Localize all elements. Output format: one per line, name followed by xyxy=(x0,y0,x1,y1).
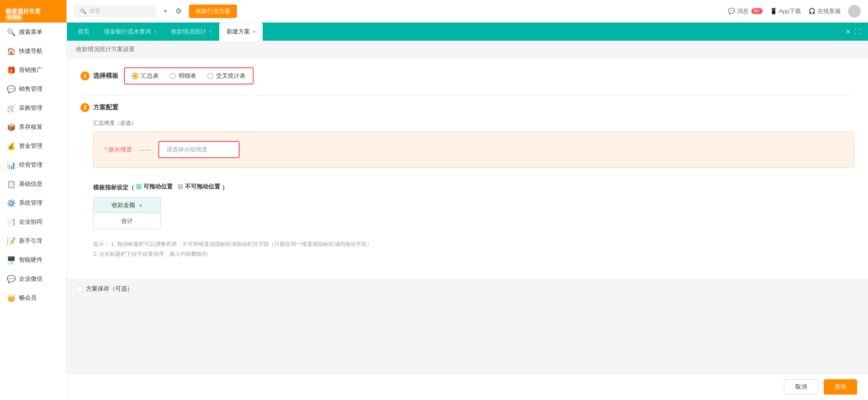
sidebar-item-marketing[interactable]: 🎁 营销推广 xyxy=(0,61,66,80)
tab-label-home: 首页 xyxy=(78,28,90,36)
page-breadcrumb: 收款情况统计方案设置 xyxy=(67,41,868,58)
section-config: 2 方案配置 汇总维度（必选） * 纵向维度 —— 请选择分组维度 xyxy=(80,103,854,259)
tab-label-new-plan: 新建方案 xyxy=(226,28,250,36)
cancel-button[interactable]: 取消 xyxy=(784,379,818,395)
tab-close-collection-stats[interactable]: × xyxy=(209,29,212,34)
template-options: 汇总表 明细表 交叉统计表 xyxy=(124,67,254,85)
radio-summary[interactable]: 汇总表 xyxy=(132,72,159,80)
sidebar-item-basic-info[interactable]: 📋 基础信息 xyxy=(0,174,66,193)
sidebar-item-enterprise-wechat[interactable]: 💬 企业微信 xyxy=(0,269,66,288)
sidebar-label-enterprise-wechat: 企业微信 xyxy=(19,275,42,283)
tab-collection-stats[interactable]: 收款情况统计 × xyxy=(164,23,219,41)
enterprise-collab-icon: 📑 xyxy=(7,218,15,226)
section1-header: 1 选择模板 汇总表 明细表 交叉统计表 xyxy=(80,67,854,85)
notification-badge: 99+ xyxy=(751,8,763,14)
search-placeholder: 搜索 xyxy=(90,7,100,15)
support-item[interactable]: 🎧 在线客服 xyxy=(808,7,841,15)
query-button[interactable]: 查询 xyxy=(824,379,857,395)
basic-info-icon: 📋 xyxy=(7,180,15,188)
download-icon: 📱 xyxy=(770,8,777,14)
form-area: 1 选择模板 汇总表 明细表 交叉统计表 xyxy=(67,58,868,279)
sidebar-label-basic-info: 基础信息 xyxy=(19,180,42,188)
topbar-right: 💬 消息 99+ 📱 App下载 🎧 在线客服 xyxy=(728,5,861,18)
radio-summary-label: 汇总表 xyxy=(141,72,159,80)
tab-close-bank-flow[interactable]: × xyxy=(154,29,156,34)
metrics-header: 模板指标设定（ 可拖动位置 不可拖动位置 ） xyxy=(93,183,854,192)
breadcrumb-text: 收款情况统计方案设置 xyxy=(76,46,135,52)
tips-area: 提示： 1. 拖动标题栏可以调整布局，不可跨维度或指标区域拖动栏目字段（只能在同… xyxy=(93,240,854,259)
section1-num: 1 xyxy=(80,71,90,80)
system-icon: ⚙️ xyxy=(7,199,15,207)
save-label: 方案保存（可选） xyxy=(86,285,133,293)
sales-icon: 💬 xyxy=(7,85,15,93)
radio-cross-label: 交叉统计表 xyxy=(216,72,245,80)
edition-badge: 标准版 xyxy=(5,14,23,21)
nondraggable-legend-label: 不可拖动位置 xyxy=(185,183,220,191)
metrics-col-header[interactable]: 收款金额 ∨ xyxy=(94,198,160,213)
sidebar-item-newbie[interactable]: 📝 新手引导 xyxy=(0,231,66,250)
radio-detail-label: 明细表 xyxy=(179,72,196,80)
avatar[interactable] xyxy=(848,5,861,18)
section1-title: 选择模板 xyxy=(93,72,118,80)
sidebar-label-purchase: 采购管理 xyxy=(19,104,42,112)
sidebar-label-system: 系统管理 xyxy=(19,199,42,207)
tab-right-icons: ✕ ⛶ xyxy=(845,28,864,35)
sidebar-item-operations[interactable]: 📊 经营管理 xyxy=(0,155,66,174)
metrics-col-chevron[interactable]: ∨ xyxy=(139,202,142,208)
sidebar-label-operations: 经营管理 xyxy=(19,161,42,169)
footer-buttons: 取消 查询 xyxy=(67,373,868,400)
topbar-dropdown-arrow[interactable]: ▼ xyxy=(163,8,168,14)
sidebar-item-quick-nav[interactable]: 🏠 快捷导航 xyxy=(0,42,66,61)
notification-item[interactable]: 💬 消息 99+ xyxy=(728,7,763,15)
gear-icon[interactable]: ⚙ xyxy=(175,7,182,15)
sidebar-item-system[interactable]: ⚙️ 系统管理 xyxy=(0,193,66,212)
trial-button[interactable]: 体验行业方案 xyxy=(189,5,237,18)
quick-nav-icon: 🏠 xyxy=(7,47,15,55)
smart-hardware-icon: 🖥️ xyxy=(7,256,15,264)
dimension-select[interactable]: 请选择分组维度 xyxy=(158,141,240,158)
topbar-search[interactable]: 🔍 搜索 xyxy=(74,5,156,17)
section2-header: 2 方案配置 xyxy=(80,103,854,112)
sidebar-item-smart-hardware[interactable]: 🖥️ 智能硬件 xyxy=(0,250,66,269)
tip1: 提示： 1. 拖动标题栏可以调整布局，不可跨维度或指标区域拖动栏目字段（只能在同… xyxy=(93,240,854,249)
page-content: 收款情况统计方案设置 1 选择模板 汇总表 明细表 xyxy=(67,41,868,400)
sidebar-label-marketing: 营销推广 xyxy=(19,66,42,74)
sidebar-item-purchase[interactable]: 🛒 采购管理 xyxy=(0,99,66,118)
metrics-section-label: 模板指标设定（ 可拖动位置 不可拖动位置 ） xyxy=(93,183,228,192)
dimension-area: * 纵向维度 —— 请选择分组维度 xyxy=(93,132,854,168)
tab-home[interactable]: 首页 xyxy=(71,23,97,41)
sidebar-item-search-menu[interactable]: 🔍 搜索菜单 xyxy=(0,23,66,42)
sidebar: 畅捷通好生意 标准版 🔍 搜索菜单 🏠 快捷导航 🎁 营销推广 💬 销售管理 🛒… xyxy=(0,0,67,400)
sidebar-label-member: 畅会员 xyxy=(19,294,37,302)
sidebar-item-sales[interactable]: 💬 销售管理 xyxy=(0,80,66,99)
maximize-icon[interactable]: ⛶ xyxy=(854,28,861,35)
marketing-icon: 🎁 xyxy=(7,66,15,74)
save-checkbox[interactable] xyxy=(76,286,82,292)
sidebar-item-member[interactable]: 👑 畅会员 xyxy=(0,288,66,307)
sidebar-label-newbie: 新手引导 xyxy=(19,237,42,245)
member-icon: 👑 xyxy=(7,294,15,302)
sidebar-item-enterprise-collab[interactable]: 📑 企业协同 xyxy=(0,212,66,231)
tip2-text: 2. 点击标题栏下拉可设置排序、插入列和删除列 xyxy=(93,251,208,257)
tab-close-new-plan[interactable]: × xyxy=(253,29,255,34)
save-option[interactable]: 方案保存（可选） xyxy=(76,285,859,293)
tab-bank-flow[interactable]: 现金银行流水查询 × xyxy=(97,23,164,41)
radio-detail-circle xyxy=(170,73,176,79)
radio-detail[interactable]: 明细表 xyxy=(170,72,196,80)
tab-new-plan[interactable]: 新建方案 × xyxy=(219,23,263,41)
sidebar-label-sales: 销售管理 xyxy=(19,85,42,93)
newbie-icon: 📝 xyxy=(7,237,15,245)
draggable-legend-label: 可拖动位置 xyxy=(143,183,173,191)
radio-summary-circle xyxy=(132,73,138,79)
sidebar-item-inventory[interactable]: 📦 库存核算 xyxy=(0,118,66,136)
section2-num: 2 xyxy=(80,103,90,112)
close-window-icon[interactable]: ✕ xyxy=(845,28,851,35)
download-item[interactable]: 📱 App下载 xyxy=(770,7,801,15)
topbar: 🔍 搜索 ▼ ⚙ 体验行业方案 💬 消息 99+ 📱 App下载 🎧 在线客服 xyxy=(67,0,868,23)
sidebar-label-inventory: 库存核算 xyxy=(19,123,42,131)
draggable-legend-dot xyxy=(136,184,142,189)
section-template: 1 选择模板 汇总表 明细表 交叉统计表 xyxy=(80,67,854,85)
radio-cross[interactable]: 交叉统计表 xyxy=(207,72,245,80)
sidebar-item-finance[interactable]: 💰 资金管理 xyxy=(0,136,66,155)
search-icon: 🔍 xyxy=(80,8,87,14)
